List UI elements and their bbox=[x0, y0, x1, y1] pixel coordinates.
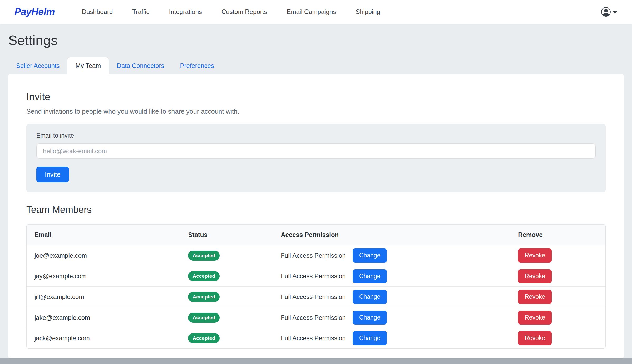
invite-heading: Invite bbox=[26, 91, 606, 103]
col-header-email: Email bbox=[27, 225, 183, 245]
nav-item-dashboard[interactable]: Dashboard bbox=[72, 0, 122, 24]
chevron-down-icon bbox=[613, 11, 618, 14]
tab-preferences[interactable]: Preferences bbox=[172, 57, 222, 74]
change-permission-button[interactable]: Change bbox=[353, 248, 387, 263]
status-badge: Accepted bbox=[188, 313, 220, 323]
col-header-remove: Remove bbox=[513, 225, 605, 245]
team-members-heading: Team Members bbox=[26, 204, 606, 215]
revoke-button[interactable]: Revoke bbox=[518, 311, 552, 325]
tab-data-connectors[interactable]: Data Connectors bbox=[109, 57, 172, 74]
settings-page: Settings Seller Accounts My Team Data Co… bbox=[0, 33, 632, 358]
settings-tabs: Seller Accounts My Team Data Connectors … bbox=[8, 57, 624, 74]
user-menu[interactable] bbox=[601, 7, 618, 17]
nav-item-shipping[interactable]: Shipping bbox=[346, 0, 390, 24]
change-permission-button[interactable]: Change bbox=[353, 269, 387, 283]
change-permission-button[interactable]: Change bbox=[353, 311, 387, 325]
table-row: jay@example.com Accepted Full Access Per… bbox=[27, 266, 605, 287]
member-email: jay@example.com bbox=[27, 266, 183, 287]
my-team-panel: Invite Send invitations to people who yo… bbox=[8, 74, 624, 358]
revoke-button[interactable]: Revoke bbox=[518, 331, 552, 345]
nav-item-traffic[interactable]: Traffic bbox=[122, 0, 159, 24]
change-permission-button[interactable]: Change bbox=[353, 331, 387, 345]
table-row: jake@example.com Accepted Full Access Pe… bbox=[27, 307, 605, 328]
permission-label: Full Access Permission bbox=[281, 252, 346, 259]
permission-label: Full Access Permission bbox=[281, 314, 346, 321]
brand-logo[interactable]: PayHelm bbox=[14, 6, 55, 17]
top-navbar: PayHelm Dashboard Traffic Integrations C… bbox=[0, 0, 632, 24]
nav-item-integrations[interactable]: Integrations bbox=[159, 0, 212, 24]
revoke-button[interactable]: Revoke bbox=[518, 290, 552, 304]
table-row: jack@example.com Accepted Full Access Pe… bbox=[27, 328, 605, 348]
invite-button[interactable]: Invite bbox=[36, 167, 69, 182]
email-to-invite-input[interactable] bbox=[36, 143, 596, 159]
col-header-status: Status bbox=[183, 225, 275, 245]
user-icon bbox=[601, 7, 611, 17]
member-email: jake@example.com bbox=[27, 307, 183, 328]
invite-description: Send invitations to people who you would… bbox=[26, 107, 606, 116]
tab-seller-accounts[interactable]: Seller Accounts bbox=[8, 57, 67, 74]
email-to-invite-label: Email to invite bbox=[36, 132, 596, 139]
permission-label: Full Access Permission bbox=[281, 335, 346, 342]
status-badge: Accepted bbox=[188, 333, 220, 343]
bottom-strip bbox=[0, 358, 632, 364]
member-email: joe@example.com bbox=[27, 245, 183, 266]
change-permission-button[interactable]: Change bbox=[353, 290, 387, 304]
nav-item-email-campaigns[interactable]: Email Campaigns bbox=[277, 0, 346, 24]
revoke-button[interactable]: Revoke bbox=[518, 248, 552, 263]
status-badge: Accepted bbox=[188, 271, 220, 281]
member-email: jill@example.com bbox=[27, 287, 183, 307]
table-header-row: Email Status Access Permission Remove bbox=[27, 225, 605, 245]
tab-my-team[interactable]: My Team bbox=[67, 57, 109, 74]
nav-item-custom-reports[interactable]: Custom Reports bbox=[212, 0, 277, 24]
col-header-access-permission: Access Permission bbox=[275, 225, 513, 245]
team-members-table: Email Status Access Permission Remove jo… bbox=[26, 224, 606, 349]
main-nav: Dashboard Traffic Integrations Custom Re… bbox=[72, 0, 390, 24]
revoke-button[interactable]: Revoke bbox=[518, 269, 552, 283]
page-title: Settings bbox=[8, 33, 624, 48]
status-badge: Accepted bbox=[188, 251, 220, 261]
permission-label: Full Access Permission bbox=[281, 272, 346, 280]
invite-form: Email to invite Invite bbox=[26, 124, 606, 192]
table-row: joe@example.com Accepted Full Access Per… bbox=[27, 245, 605, 266]
permission-label: Full Access Permission bbox=[281, 293, 346, 301]
member-email: jack@example.com bbox=[27, 328, 183, 348]
status-badge: Accepted bbox=[188, 292, 220, 302]
table-row: jill@example.com Accepted Full Access Pe… bbox=[27, 287, 605, 307]
